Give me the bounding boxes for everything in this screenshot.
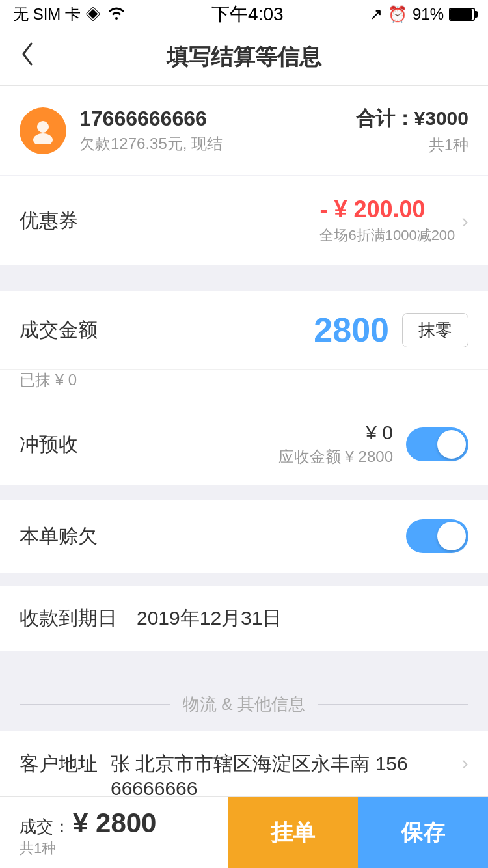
- customer-phone: 17666666666: [79, 107, 223, 131]
- bottom-count: 共1种: [20, 839, 208, 858]
- bottom-deal-row: 成交： ¥ 2800: [20, 807, 208, 839]
- bottom-buttons: 挂单 保存: [228, 797, 488, 868]
- total-amount: 合计：¥3000: [356, 105, 468, 132]
- prepay-toggle[interactable]: [406, 427, 468, 461]
- prepay-right: ¥ 0 应收金额 ¥ 2800: [278, 422, 468, 467]
- address-value: 张 北京市市辖区海淀区永丰南 156 66666666: [111, 751, 448, 800]
- round-zero-button[interactable]: 抹零: [402, 313, 468, 347]
- nav-bar: 填写结算等信息: [0, 29, 488, 86]
- logistics-divider: 物流 & 其他信息: [0, 677, 488, 731]
- wifi-icon: [107, 5, 126, 23]
- location-icon: ↗: [370, 5, 383, 23]
- deal-amount-sub: 已抹 ¥ 0: [0, 370, 488, 403]
- prepay-amount: ¥ 0: [278, 422, 393, 444]
- status-bar-left: 无 SIM 卡 ◈: [13, 4, 126, 25]
- divider-line-left: [20, 704, 170, 705]
- total-count: 共1种: [356, 135, 468, 156]
- battery-icon: [449, 8, 475, 21]
- alarm-icon: ⏰: [388, 5, 407, 23]
- customer-sub-info: 欠款1276.35元, 现结: [79, 133, 223, 154]
- prepay-label: 冲预收: [20, 431, 78, 458]
- credit-label: 本单赊欠: [20, 523, 98, 550]
- back-button[interactable]: [20, 41, 35, 73]
- save-button[interactable]: 保存: [358, 797, 488, 868]
- credit-toggle[interactable]: [406, 519, 468, 553]
- prepay-values: ¥ 0 应收金额 ¥ 2800: [278, 422, 393, 467]
- customer-card: 17666666666 欠款1276.35元, 现结 合计：¥3000 共1种: [0, 86, 488, 175]
- customer-left: 17666666666 欠款1276.35元, 现结: [20, 107, 223, 154]
- chevron-right-icon: ›: [461, 209, 468, 233]
- date-row: 收款到期日 2019年12月31日: [0, 586, 488, 651]
- credit-row: 本单赊欠: [0, 500, 488, 573]
- coupon-label: 优惠券: [20, 208, 78, 234]
- date-label: 收款到期日: [20, 605, 117, 632]
- divider-line-right: [318, 704, 468, 705]
- section-separator-2: [0, 487, 488, 500]
- status-bar: 无 SIM 卡 ◈ 下午4:03 ↗ ⏰ 91%: [0, 0, 488, 29]
- prepay-receivable: 应收金额 ¥ 2800: [278, 446, 393, 467]
- status-bar-right: ↗ ⏰ 91%: [370, 5, 475, 23]
- deal-amount-section: 成交金额 2800 抹零 已抹 ¥ 0 冲预收 ¥ 0 应收金额 ¥ 2800: [0, 291, 488, 485]
- coupon-row[interactable]: 优惠券 - ¥ 200.00 全场6折满1000减200 ›: [0, 176, 488, 265]
- coupon-discount: - ¥ 200.00: [319, 196, 455, 223]
- bottom-summary: 成交： ¥ 2800 共1种: [0, 807, 228, 858]
- bottom-deal-label: 成交：: [20, 815, 70, 838]
- deal-amount-right: 2800 抹零: [314, 310, 468, 349]
- deal-amount-value: 2800: [314, 310, 389, 349]
- address-label: 客户地址: [20, 751, 98, 778]
- bottom-bar: 成交： ¥ 2800 共1种 挂单 保存: [0, 796, 488, 868]
- bottom-deal-amount: ¥ 2800: [73, 807, 156, 839]
- battery-percentage: 91%: [413, 5, 444, 23]
- svg-point-0: [37, 121, 49, 133]
- section-separator-1: [0, 278, 488, 291]
- coupon-desc: 全场6折满1000减200: [319, 226, 455, 245]
- address-chevron-icon: ›: [461, 751, 468, 775]
- deal-amount-row: 成交金额 2800 抹零: [0, 291, 488, 370]
- prepay-row: 冲预收 ¥ 0 应收金额 ¥ 2800: [0, 403, 488, 485]
- date-value: 2019年12月31日: [137, 605, 282, 632]
- page-title: 填写结算等信息: [167, 42, 321, 72]
- avatar: [20, 107, 66, 154]
- coupon-info: - ¥ 200.00 全场6折满1000减200: [319, 196, 455, 245]
- content: 17666666666 欠款1276.35元, 现结 合计：¥3000 共1种 …: [0, 86, 488, 868]
- customer-right: 合计：¥3000 共1种: [356, 105, 468, 156]
- deal-amount-label: 成交金额: [20, 317, 98, 344]
- hang-button[interactable]: 挂单: [228, 797, 358, 868]
- sim-status: 无 SIM 卡 ◈: [13, 4, 101, 25]
- coupon-right: - ¥ 200.00 全场6折满1000减200 ›: [319, 196, 468, 245]
- customer-info: 17666666666 欠款1276.35元, 现结: [79, 107, 223, 154]
- section-separator-3: [0, 664, 488, 677]
- svg-point-1: [33, 133, 53, 144]
- battery-fill: [450, 9, 472, 20]
- status-bar-time: 下午4:03: [211, 2, 284, 27]
- logistics-text: 物流 & 其他信息: [183, 693, 305, 716]
